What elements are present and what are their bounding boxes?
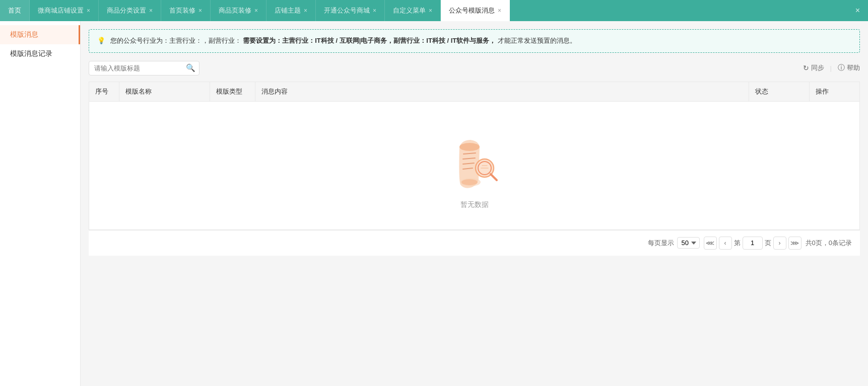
tab-category-close[interactable]: ×: [149, 7, 153, 14]
empty-text: 暂无数据: [460, 200, 489, 209]
tab-theme-label: 店铺主题: [275, 6, 301, 15]
window-close-button[interactable]: ×: [847, 6, 868, 15]
tab-template-label: 公众号模版消息: [449, 6, 495, 15]
prev-page-button[interactable]: ‹: [719, 237, 732, 250]
page-size-dropdown[interactable]: 50 20 10: [677, 237, 700, 249]
tab-category-label: 商品分类设置: [107, 6, 146, 15]
main-layout: 模版消息 模版消息记录 💡 您的公众号行业为：主营行业：，副营行业： 需要设置为…: [0, 21, 868, 386]
col-action: 操作: [810, 82, 860, 101]
search-input-wrap: 🔍: [89, 61, 199, 75]
tab-template-close[interactable]: ×: [498, 7, 501, 14]
svg-line-9: [491, 174, 497, 180]
page-label-after: 页: [765, 239, 771, 248]
tab-homepage-close[interactable]: ×: [198, 7, 202, 14]
tab-menu-close[interactable]: ×: [429, 7, 432, 14]
help-button[interactable]: ⓘ 帮助: [838, 63, 860, 72]
last-page-icon: ⋙: [790, 240, 799, 247]
tab-weshop-close[interactable]: ×: [87, 7, 90, 14]
col-name: 模版名称: [119, 82, 210, 101]
col-type: 模版类型: [210, 82, 255, 101]
tab-product-label: 商品页装修: [219, 6, 251, 15]
col-status: 状态: [749, 82, 810, 101]
tab-product-close[interactable]: ×: [254, 7, 258, 14]
toolbar-right: ↻ 同步 | ⓘ 帮助: [803, 63, 860, 72]
table-body: 暂无数据: [89, 101, 860, 229]
sidebar: 模版消息 模版消息记录: [0, 21, 81, 386]
page-nav: ⋘ ‹ 第 页 › ⋙: [704, 237, 802, 250]
table-wrapper: 序号 模版名称 模版类型 消息内容 状态 操作: [89, 82, 860, 230]
empty-illustration: [444, 132, 505, 192]
content-area: 💡 您的公众号行业为：主营行业：，副营行业： 需要设置为：主营行业：IT科技 /…: [81, 21, 868, 386]
tab-mall-close[interactable]: ×: [373, 7, 376, 14]
first-page-icon: ⋘: [706, 240, 714, 247]
sidebar-item-template-log-label: 模版消息记录: [10, 49, 52, 57]
tab-home[interactable]: 首页: [0, 0, 30, 21]
tab-bar: 首页 微商城店铺设置 × 商品分类设置 × 首页装修 × 商品页装修 × 店铺主…: [0, 0, 868, 21]
help-label: 帮助: [847, 63, 860, 72]
total-info: 共0页，0条记录: [806, 239, 852, 248]
svg-point-1: [459, 143, 480, 151]
tab-weshop-label: 微商城店铺设置: [38, 6, 84, 15]
next-page-icon: ›: [779, 240, 781, 247]
col-content: 消息内容: [255, 82, 749, 101]
table-header: 序号 模版名称 模版类型 消息内容 状态 操作: [89, 82, 860, 101]
prev-page-icon: ‹: [724, 240, 726, 247]
sidebar-item-template-msg-label: 模版消息: [10, 30, 38, 38]
page-label-before: 第: [734, 239, 741, 248]
notice-text-prefix: 您的公众号行业为：主营行业：，副营行业：: [110, 37, 241, 44]
tab-category[interactable]: 商品分类设置 ×: [99, 0, 161, 21]
notice-icon: 💡: [97, 37, 105, 44]
page-size-label: 每页显示: [648, 239, 674, 248]
tab-homepage-label: 首页装修: [169, 6, 195, 15]
svg-point-2: [461, 179, 478, 185]
tab-mall-label: 开通公众号商城: [324, 6, 370, 15]
sync-label: 同步: [811, 63, 824, 72]
last-page-button[interactable]: ⋙: [788, 237, 802, 250]
sidebar-item-template-msg[interactable]: 模版消息: [0, 25, 80, 44]
tab-product[interactable]: 商品页装修 ×: [211, 0, 266, 21]
next-page-button[interactable]: ›: [773, 237, 786, 250]
notice-text-suffix: 才能正常发送预置的消息。: [498, 37, 576, 44]
tab-homepage[interactable]: 首页装修 ×: [161, 0, 211, 21]
tab-mall[interactable]: 开通公众号商城 ×: [316, 0, 385, 21]
page-input[interactable]: [743, 237, 763, 250]
tab-theme[interactable]: 店铺主题 ×: [266, 0, 316, 21]
page-size-select: 每页显示 50 20 10: [648, 237, 700, 249]
tab-weshop[interactable]: 微商城店铺设置 ×: [30, 0, 99, 21]
toolbar-divider: |: [830, 64, 832, 72]
search-icon[interactable]: 🔍: [186, 63, 195, 72]
col-index: 序号: [89, 82, 119, 101]
tab-menu[interactable]: 自定义菜单 ×: [385, 0, 441, 21]
notice-highlight: 需要设置为：主营行业：IT科技 / 互联网|电子商务，副营行业：IT科技 / I…: [243, 37, 496, 44]
search-bar: 🔍 ↻ 同步 | ⓘ 帮助: [89, 61, 860, 75]
sync-button[interactable]: ↻ 同步: [803, 63, 824, 72]
sidebar-item-template-log[interactable]: 模版消息记录: [0, 44, 80, 63]
first-page-button[interactable]: ⋘: [704, 237, 717, 250]
help-icon: ⓘ: [838, 63, 845, 72]
notice-box: 💡 您的公众号行业为：主营行业：，副营行业： 需要设置为：主营行业：IT科技 /…: [89, 29, 860, 53]
tab-theme-close[interactable]: ×: [304, 7, 307, 14]
data-table: 序号 模版名称 模版类型 消息内容 状态 操作: [89, 82, 860, 230]
sync-icon: ↻: [803, 64, 809, 72]
empty-state: 暂无数据: [89, 102, 859, 229]
tab-menu-label: 自定义菜单: [393, 6, 426, 15]
tab-template[interactable]: 公众号模版消息 ×: [441, 0, 510, 21]
pagination: 每页显示 50 20 10 ⋘ ‹ 第 页 ›: [89, 230, 860, 256]
tab-home-label: 首页: [8, 6, 21, 15]
search-input[interactable]: [89, 61, 199, 75]
